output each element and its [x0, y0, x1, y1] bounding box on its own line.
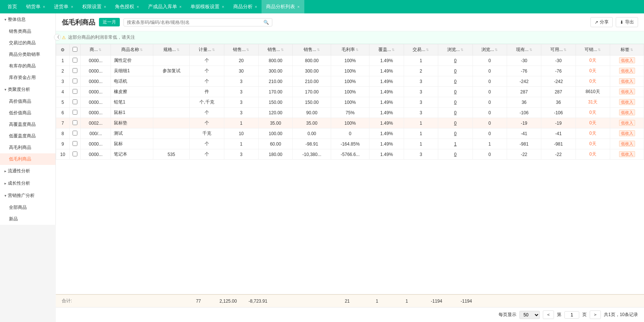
sidebar-section-liquidity[interactable]: ▸ 流通性分析 [0, 165, 55, 177]
row-browse1[interactable]: 0 [438, 87, 472, 97]
nav-home[interactable]: 首页 [3, 0, 22, 13]
sidebar-item-all-products[interactable]: 全部商品 [0, 202, 55, 213]
nav-close-template[interactable]: × [222, 4, 224, 9]
row-checkbox[interactable] [70, 87, 81, 97]
nav-purchase-order[interactable]: 进货单 × [49, 0, 77, 13]
row-sale-qty: 1 [224, 118, 258, 128]
row-sale-price: 300.00 [259, 66, 293, 76]
nav-close-role-auth[interactable]: × [137, 4, 139, 9]
row-browse1[interactable]: 0 [438, 118, 472, 128]
col-available-stock[interactable]: 可用...⇅ [541, 44, 576, 55]
row-browse1[interactable]: 0 [438, 108, 472, 118]
search-input[interactable] [127, 20, 263, 25]
footer-sale-amount: -8,723.91 [243, 299, 273, 304]
col-code[interactable]: 商...⇅ [81, 44, 111, 55]
row-checkbox[interactable] [70, 139, 81, 149]
footer-label: 合计: [62, 298, 72, 304]
sidebar-collapse-btn[interactable]: 《 [54, 34, 61, 41]
row-checkbox[interactable] [70, 97, 81, 108]
nav-close-purchase[interactable]: × [71, 4, 73, 9]
nav-close-permissions[interactable]: × [104, 4, 106, 9]
col-name[interactable]: 商品名称⇅ [111, 44, 153, 55]
nav-template-settings[interactable]: 单据模板设置 × [186, 0, 228, 13]
sidebar-section-overview[interactable]: ▾ 整体信息 [0, 13, 55, 26]
nav-close-product-entry[interactable]: × [179, 4, 182, 9]
row-no: 5 [56, 97, 70, 108]
sidebar-item-low-value[interactable]: 低价值商品 [0, 107, 55, 119]
row-browse1[interactable]: 0 [438, 76, 472, 87]
sidebar-item-traded-products[interactable]: 交易过的商品 [0, 37, 55, 49]
sidebar-item-category-rate[interactable]: 商品分类助销率 [0, 49, 55, 60]
row-browse1[interactable]: 0 [438, 128, 472, 139]
row-browse1[interactable]: 0 [438, 66, 472, 76]
col-settings[interactable]: ⚙ [56, 44, 70, 55]
sidebar-item-high-value[interactable]: 高价值商品 [0, 96, 55, 107]
col-sale-price[interactable]: 销售...⇅ [259, 44, 293, 55]
next-page-button[interactable]: ＞ [590, 310, 601, 319]
row-tag: 低收入 [610, 139, 644, 149]
sidebar-section-growth[interactable]: ▸ 成长性分析 [0, 177, 55, 189]
nav-close-analysis-list[interactable]: × [297, 4, 299, 9]
sidebar-item-new-products[interactable]: 新品 [0, 213, 55, 225]
col-coverage[interactable]: 覆盖...⇅ [369, 44, 404, 55]
row-tag: 低收入 [610, 128, 644, 139]
nav-product-entry[interactable]: 产成品入库单 × [144, 0, 186, 13]
prev-page-button[interactable]: ＜ [543, 310, 554, 319]
row-checkbox[interactable] [70, 55, 81, 66]
col-browse2[interactable]: 浏览...⇅ [472, 44, 507, 55]
row-current-stock: 287 [507, 87, 541, 97]
nav-close-product-analysis[interactable]: × [255, 4, 257, 9]
row-browse1[interactable]: 0 [438, 55, 472, 66]
row-current-stock: -30 [507, 55, 541, 66]
row-current-stock: 36 [507, 97, 541, 108]
sidebar-item-high-margin[interactable]: 高毛利商品 [0, 142, 55, 153]
page-number-input[interactable] [564, 311, 579, 319]
row-browse1[interactable]: 0 [438, 149, 472, 160]
row-browse1[interactable]: 0 [438, 97, 472, 108]
col-sale-amount[interactable]: 销售...⇅ [293, 44, 331, 55]
sidebar-item-stock-products[interactable]: 有库存的商品 [0, 60, 55, 72]
col-unit[interactable]: 计量...⇅ [190, 44, 224, 55]
col-sellable[interactable]: 可销...⇅ [576, 44, 610, 55]
export-button[interactable]: ⬇ 导出 [616, 17, 638, 27]
row-checkbox[interactable] [70, 118, 81, 128]
select-all-checkbox[interactable] [73, 47, 77, 52]
row-checkbox[interactable] [70, 128, 81, 139]
col-transaction[interactable]: 交易...⇅ [404, 44, 438, 55]
sidebar-section-marketing[interactable]: ▾ 营销推广分析 [0, 189, 55, 202]
date-filter-button[interactable]: 近一月 [99, 18, 120, 26]
row-checkbox[interactable] [70, 76, 81, 87]
col-current-stock[interactable]: 现有...⇅ [507, 44, 541, 55]
share-button[interactable]: ↗ 分享 [590, 17, 613, 27]
row-checkbox[interactable] [70, 149, 81, 160]
col-spec[interactable]: 规格...⇅ [153, 44, 189, 55]
search-icon[interactable]: 🔍 [263, 20, 269, 25]
col-sale-qty[interactable]: 销售...⇅ [224, 44, 258, 55]
sidebar-item-low-margin[interactable]: 低毛利商品 [0, 153, 55, 165]
nav-product-analysis[interactable]: 商品分析 × [229, 0, 262, 13]
nav-sales-order[interactable]: 销货单 × [22, 0, 49, 13]
col-browse1[interactable]: 浏览...⇅ [438, 44, 472, 55]
row-no: 3 [56, 76, 70, 87]
nav-permissions[interactable]: 权限设置 × [78, 0, 110, 13]
export-icon: ⬇ [620, 20, 624, 25]
sidebar-item-sales-products[interactable]: 销售类商品 [0, 26, 55, 37]
nav-role-auth[interactable]: 角色授权 × [110, 0, 143, 13]
table-header-row: ⚙ 商...⇅ 商品名称⇅ 规格...⇅ 计量...⇅ 销售...⇅ 销售...… [56, 44, 644, 55]
sidebar-section-cluster[interactable]: ▾ 类聚度分析 [0, 83, 55, 96]
sidebar-item-high-coverage[interactable]: 高覆盖度商品 [0, 119, 55, 130]
sidebar-item-stock-capital[interactable]: 库存资金占用 [0, 72, 55, 83]
row-sellable: 0天 [576, 66, 610, 76]
nav-product-analysis-list[interactable]: 商品分析列表 × [262, 0, 304, 13]
page-size-select[interactable]: 50 100 200 [519, 311, 540, 319]
row-checkbox[interactable] [70, 108, 81, 118]
row-gross-margin: 100% [331, 87, 369, 97]
nav-close-sales[interactable]: × [43, 4, 45, 9]
sidebar-item-low-coverage[interactable]: 低覆盖度商品 [0, 130, 55, 142]
col-tag[interactable]: 标签⇅ [610, 44, 644, 55]
row-browse1[interactable]: 1 [438, 139, 472, 149]
col-gross-margin[interactable]: 毛利率⇅ [331, 44, 369, 55]
row-checkbox[interactable] [70, 66, 81, 76]
section-arrow-growth: ▸ [4, 181, 6, 185]
row-available-stock: -30 [541, 55, 576, 66]
